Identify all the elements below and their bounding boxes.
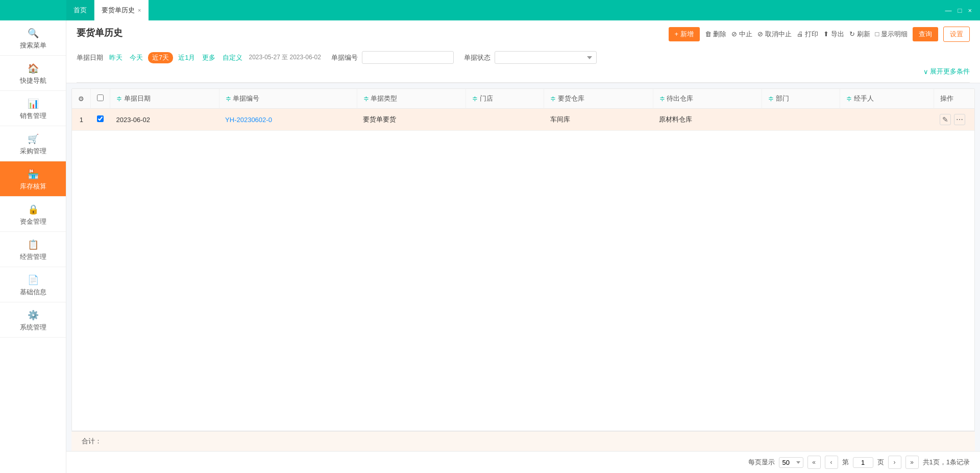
th-doc-type[interactable]: ≑ 单据类型	[357, 89, 466, 109]
shortcut-yesterday[interactable]: 昨天	[107, 53, 125, 63]
shortcut-today[interactable]: 今天	[128, 53, 145, 63]
close-btn[interactable]: ×	[968, 7, 972, 14]
sidebar-item-inventory[interactable]: 🏪 库存核算	[0, 161, 66, 197]
tab-requisition-history[interactable]: 要货单历史 ×	[94, 0, 149, 20]
expand-more-btn[interactable]: ∨ 展开更多条件	[923, 67, 970, 76]
row-select-checkbox[interactable]	[97, 115, 104, 122]
row-checkbox[interactable]	[91, 109, 110, 131]
minimize-btn[interactable]: —	[945, 7, 952, 14]
main-layout: 🔍 搜索菜单 🏠 快捷导航 📊 销售管理 🛒 采购管理 🏪 库存核算 🔒 资金管…	[0, 20, 980, 473]
th-doc-number[interactable]: ≑ 单据编号	[219, 89, 357, 109]
finance-mgmt-icon: 🔒	[28, 204, 39, 215]
page-size-label: 每页显示	[748, 458, 775, 467]
sidebar-item-search-menu[interactable]: 🔍 搜索菜单	[0, 20, 66, 56]
tab-requisition-history-label: 要货单历史	[102, 6, 135, 15]
th-doc-date[interactable]: ≑ 单据日期	[110, 89, 219, 109]
table-row: 1 2023-06-02 YH-20230602-0 要货单要货 车间库 原材料…	[72, 109, 974, 131]
select-all-checkbox[interactable]	[97, 94, 104, 101]
sidebar: 🔍 搜索菜单 🏠 快捷导航 📊 销售管理 🛒 采购管理 🏪 库存核算 🔒 资金管…	[0, 20, 66, 473]
footer-summary: 合计：	[71, 431, 975, 451]
edit-icon[interactable]: ✎	[940, 114, 951, 125]
sidebar-item-basic-info[interactable]: 📄 基础信息	[0, 267, 66, 302]
row-req-warehouse: 车间库	[544, 109, 653, 131]
sidebar-item-sales-mgmt-label: 销售管理	[20, 111, 46, 121]
doc-number-input[interactable]	[362, 51, 454, 64]
expand-chevron-icon: ∨	[923, 68, 928, 76]
filter-docnumber-group: 单据编号	[331, 51, 454, 64]
new-button[interactable]: + 新增	[669, 27, 700, 41]
summary-label: 合计：	[82, 437, 102, 445]
close-tab-icon[interactable]: ×	[138, 7, 141, 13]
sidebar-item-finance-mgmt-label: 资金管理	[20, 217, 46, 226]
row-store	[466, 109, 544, 131]
export-button[interactable]: ⬆ 导出	[823, 30, 844, 39]
page-title: 要货单历史	[77, 27, 122, 39]
row-doc-number[interactable]: YH-20230602-0	[219, 109, 357, 131]
content-area: 要货单历史 + 新增 🗑 删除 ⊘ 中止 ⊘ 取消中止 🖨 打印 ⬆ 导出 ↻ …	[66, 20, 980, 473]
first-page-btn[interactable]: «	[807, 456, 821, 469]
sidebar-item-finance-mgmt[interactable]: 🔒 资金管理	[0, 197, 66, 232]
window-controls: — □ ×	[945, 0, 972, 20]
delete-button[interactable]: 🗑 删除	[705, 30, 727, 39]
sidebar-item-purchase-mgmt[interactable]: 🛒 采购管理	[0, 126, 66, 161]
row-pending-warehouse: 原材料仓库	[653, 109, 762, 131]
row-department	[762, 109, 840, 131]
shortcut-7days[interactable]: 近7天	[148, 52, 173, 63]
doc-status-select[interactable]: 草稿 已审核 已中止	[495, 51, 597, 64]
settings-button[interactable]: 设置	[943, 27, 970, 42]
doc-number-link[interactable]: YH-20230602-0	[225, 116, 272, 124]
sidebar-item-operations-mgmt-label: 经营管理	[20, 252, 46, 262]
next-page-btn[interactable]: ›	[888, 456, 901, 469]
shortcut-custom[interactable]: 自定义	[220, 53, 244, 63]
sidebar-item-system-mgmt-label: 系统管理	[20, 323, 46, 332]
table-wrapper: ⚙ ≑ 单据日期 ≑ 单据编号 ≑ 单据类型 ≑ 门店 ≑ 要货仓库 ≑ 待出仓…	[71, 88, 975, 431]
th-pending-warehouse[interactable]: ≑ 待出仓库	[653, 89, 762, 109]
table-body: 1 2023-06-02 YH-20230602-0 要货单要货 车间库 原材料…	[72, 109, 974, 131]
sidebar-item-quick-nav[interactable]: 🏠 快捷导航	[0, 56, 66, 91]
th-req-warehouse[interactable]: ≑ 要货仓库	[544, 89, 653, 109]
row-handler	[840, 109, 934, 131]
page-size-select[interactable]: 10 20 50 100	[779, 457, 803, 468]
more-icon[interactable]: ⋯	[954, 114, 965, 125]
cancel-stop-button[interactable]: ⊘ 取消中止	[757, 30, 792, 39]
refresh-button[interactable]: ↻ 刷新	[849, 30, 870, 39]
row-doc-date: 2023-06-02	[110, 109, 219, 131]
display-detail-button[interactable]: □ 显示明细	[875, 30, 908, 39]
th-store[interactable]: ≑ 门店	[466, 89, 544, 109]
row-actions: ✎ ⋯	[934, 109, 974, 131]
query-button[interactable]: 查询	[913, 27, 938, 41]
date-filter-label: 单据日期	[77, 53, 103, 62]
search-menu-icon: 🔍	[28, 28, 39, 39]
sidebar-item-sales-mgmt[interactable]: 📊 销售管理	[0, 91, 66, 126]
quick-nav-icon: 🏠	[28, 63, 39, 74]
tab-home[interactable]: 首页	[66, 0, 94, 20]
date-shortcuts: 昨天 今天 近7天 近1月 更多 自定义	[107, 52, 244, 63]
last-page-btn[interactable]: »	[905, 456, 919, 469]
maximize-btn[interactable]: □	[958, 7, 962, 14]
sales-mgmt-icon: 📊	[28, 98, 39, 109]
shortcut-more[interactable]: 更多	[200, 53, 217, 63]
filter-sub-row: ∨ 展开更多条件	[77, 67, 970, 76]
pagination-bar: 每页显示 10 20 50 100 « ‹ 第 页 › » 共1页，1条记录	[66, 451, 980, 473]
table-header-row: ⚙ ≑ 单据日期 ≑ 单据编号 ≑ 单据类型 ≑ 门店 ≑ 要货仓库 ≑ 待出仓…	[72, 89, 974, 109]
th-checkbox	[91, 89, 110, 109]
th-handler[interactable]: ≑ 经手人	[840, 89, 934, 109]
sidebar-item-purchase-mgmt-label: 采购管理	[20, 147, 46, 156]
toolbar: + 新增 🗑 删除 ⊘ 中止 ⊘ 取消中止 🖨 打印 ⬆ 导出 ↻ 刷新 □ 显…	[669, 27, 970, 47]
prev-page-btn[interactable]: ‹	[825, 456, 838, 469]
th-department[interactable]: ≑ 部门	[762, 89, 840, 109]
sidebar-item-operations-mgmt[interactable]: 📋 经营管理	[0, 232, 66, 267]
doc-number-label: 单据编号	[331, 53, 358, 62]
page-number-input[interactable]	[853, 457, 873, 468]
shortcut-1month[interactable]: 近1月	[176, 53, 197, 63]
stop-button[interactable]: ⊘ 中止	[731, 30, 752, 39]
expand-more-label: 展开更多条件	[930, 67, 970, 76]
th-actions: 操作	[934, 89, 974, 109]
print-button[interactable]: 🖨 打印	[797, 30, 819, 39]
th-settings[interactable]: ⚙	[72, 89, 91, 109]
page-label-before: 第	[842, 458, 849, 467]
sidebar-item-system-mgmt[interactable]: ⚙️ 系统管理	[0, 302, 66, 338]
sidebar-item-basic-info-label: 基础信息	[20, 288, 46, 297]
sidebar-item-inventory-label: 库存核算	[20, 182, 46, 191]
tab-home-label: 首页	[74, 6, 87, 15]
